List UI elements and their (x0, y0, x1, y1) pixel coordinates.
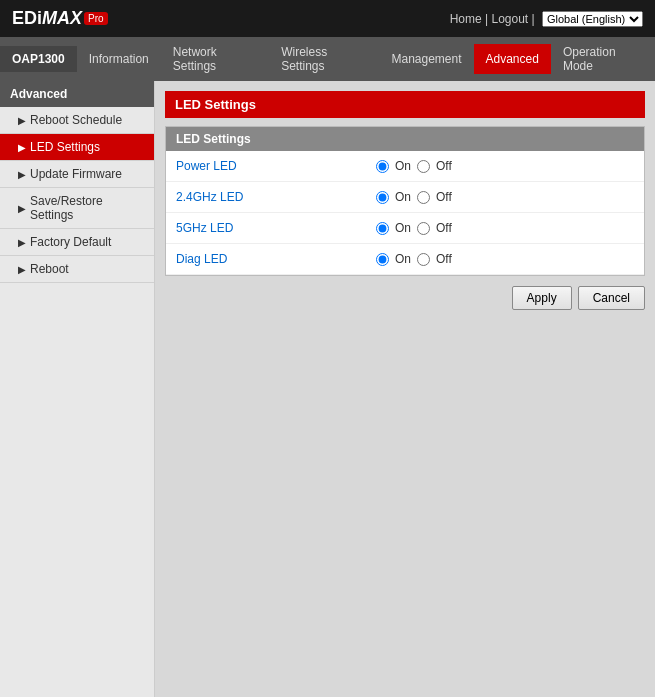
table-row: Diag LED On Off (166, 244, 644, 275)
logo: EDiMAX Pro (12, 8, 108, 29)
language-select[interactable]: Global (English) (542, 11, 643, 27)
radio-group-5ghz: On Off (376, 221, 634, 235)
ghz24-led-off-label: Off (436, 190, 452, 204)
nav-network-settings[interactable]: Network Settings (161, 37, 269, 81)
home-link[interactable]: Home (450, 12, 482, 26)
ghz24-led-on-radio[interactable] (376, 191, 389, 204)
ghz5-led-off-label: Off (436, 221, 452, 235)
apply-button[interactable]: Apply (512, 286, 572, 310)
nav-operation-mode[interactable]: Operation Mode (551, 37, 655, 81)
ghz5-led-on-label: On (395, 221, 411, 235)
arrow-icon: ▶ (18, 169, 26, 180)
sidebar-item-led-settings[interactable]: ▶ LED Settings (0, 134, 154, 161)
led-label-power: Power LED (166, 151, 366, 182)
led-controls-power: On Off (366, 151, 644, 182)
led-label-diag: Diag LED (166, 244, 366, 275)
diag-led-off-radio[interactable] (417, 253, 430, 266)
page-title: LED Settings (165, 91, 645, 118)
nav-bar: OAP1300 Information Network Settings Wir… (0, 37, 655, 81)
radio-group-diag: On Off (376, 252, 634, 266)
nav-information[interactable]: Information (77, 44, 161, 74)
sidebar-label: LED Settings (30, 140, 100, 154)
nav-advanced[interactable]: Advanced (474, 44, 551, 74)
logo-pro: Pro (84, 12, 108, 25)
sidebar-item-factory-default[interactable]: ▶ Factory Default (0, 229, 154, 256)
table-row: 5GHz LED On Off (166, 213, 644, 244)
sidebar-label: Reboot (30, 262, 69, 276)
nav-wireless-settings[interactable]: Wireless Settings (269, 37, 379, 81)
arrow-icon: ▶ (18, 142, 26, 153)
table-row: Power LED On Off (166, 151, 644, 182)
ghz5-led-off-radio[interactable] (417, 222, 430, 235)
led-settings-box: LED Settings Power LED On Off (165, 126, 645, 276)
diag-led-on-label: On (395, 252, 411, 266)
arrow-icon: ▶ (18, 264, 26, 275)
led-table: Power LED On Off 2.4GHz LED (166, 151, 644, 275)
content: Advanced ▶ Reboot Schedule ▶ LED Setting… (0, 81, 655, 697)
sidebar: Advanced ▶ Reboot Schedule ▶ LED Setting… (0, 81, 155, 697)
arrow-icon: ▶ (18, 203, 26, 214)
cancel-button[interactable]: Cancel (578, 286, 645, 310)
header: EDiMAX Pro Home | Logout | Global (Engli… (0, 0, 655, 37)
power-led-on-label: On (395, 159, 411, 173)
device-label: OAP1300 (0, 46, 77, 72)
sidebar-item-reboot-schedule[interactable]: ▶ Reboot Schedule (0, 107, 154, 134)
led-controls-5ghz: On Off (366, 213, 644, 244)
logo-text: EDiMAX (12, 8, 82, 29)
power-led-on-radio[interactable] (376, 160, 389, 173)
sidebar-item-reboot[interactable]: ▶ Reboot (0, 256, 154, 283)
power-led-off-label: Off (436, 159, 452, 173)
radio-group-2ghz: On Off (376, 190, 634, 204)
header-links: Home | Logout | Global (English) (450, 11, 643, 27)
ghz24-led-off-radio[interactable] (417, 191, 430, 204)
led-controls-2ghz: On Off (366, 182, 644, 213)
button-row: Apply Cancel (165, 276, 645, 320)
sidebar-item-save-restore[interactable]: ▶ Save/Restore Settings (0, 188, 154, 229)
sidebar-label: Reboot Schedule (30, 113, 122, 127)
diag-led-off-label: Off (436, 252, 452, 266)
diag-led-on-radio[interactable] (376, 253, 389, 266)
arrow-icon: ▶ (18, 115, 26, 126)
sidebar-label: Update Firmware (30, 167, 122, 181)
table-row: 2.4GHz LED On Off (166, 182, 644, 213)
main-content: LED Settings LED Settings Power LED On O… (155, 81, 655, 697)
sidebar-label: Factory Default (30, 235, 111, 249)
radio-group-power: On Off (376, 159, 634, 173)
settings-box-header: LED Settings (166, 127, 644, 151)
ghz24-led-on-label: On (395, 190, 411, 204)
power-led-off-radio[interactable] (417, 160, 430, 173)
sidebar-item-update-firmware[interactable]: ▶ Update Firmware (0, 161, 154, 188)
nav-management[interactable]: Management (379, 44, 473, 74)
arrow-icon: ▶ (18, 237, 26, 248)
led-label-5ghz: 5GHz LED (166, 213, 366, 244)
logout-link[interactable]: Logout (492, 12, 529, 26)
sidebar-header: Advanced (0, 81, 154, 107)
led-label-2ghz: 2.4GHz LED (166, 182, 366, 213)
sep2: | (532, 12, 538, 26)
ghz5-led-on-radio[interactable] (376, 222, 389, 235)
sidebar-label: Save/Restore Settings (30, 194, 144, 222)
led-controls-diag: On Off (366, 244, 644, 275)
